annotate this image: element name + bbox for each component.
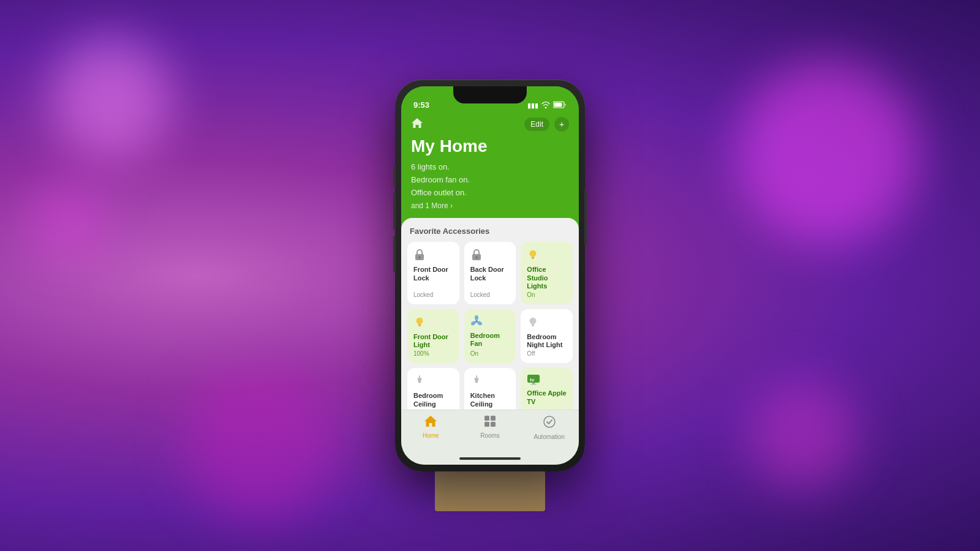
svg-rect-8 [532,258,535,259]
rooms-tab-label: Rooms [480,432,500,439]
apple-tv-icon: tv [527,374,567,387]
svg-rect-10 [418,324,421,326]
edit-button[interactable]: Edit [524,118,549,131]
add-button[interactable]: + [554,117,569,132]
tab-bar: Home Rooms [401,410,579,452]
header-actions: Edit + [524,117,569,132]
accessory-card-back-door-lock[interactable]: Back Door Lock Locked [464,242,516,304]
accessory-card-bedroom-ceiling-light[interactable]: Bedroom Ceiling Light Off [407,368,459,410]
front-door-lock-status: Locked [413,291,453,298]
tab-rooms[interactable]: Rooms [461,415,520,439]
ceiling-light-icon [413,374,453,389]
accessory-card-kitchen-ceiling-light[interactable]: Kitchen Ceiling Lig... Off [464,368,516,410]
bokeh-blob-3 [735,61,919,245]
lock-icon [413,248,453,263]
automation-tab-icon [543,415,556,432]
svg-rect-11 [418,325,421,326]
svg-rect-25 [484,416,489,421]
bulb-on-icon [527,248,567,263]
lock-icon-2 [470,248,510,263]
svg-rect-18 [532,325,535,326]
svg-point-13 [475,315,478,320]
tab-home[interactable]: Home [401,415,461,439]
svg-rect-24 [530,384,537,385]
phone-screen: 9:53 ▮▮▮ [401,86,579,465]
home-tab-label: Home [423,432,439,439]
office-apple-tv-name: Office Apple TV [527,389,567,410]
hero-section: My Home 6 lights on. Bedroom fan on. Off… [401,134,579,218]
svg-point-29 [544,416,555,427]
home-nav-icon [411,118,423,132]
bedroom-night-light-status: Off [527,350,567,357]
app-content: Edit + My Home 6 lights on. Bedroom fan … [401,113,579,465]
bokeh-blob-4 [747,380,858,490]
svg-rect-7 [532,257,535,258]
rooms-tab-icon [484,415,496,430]
power-button [584,190,587,245]
ceiling-light-icon-2 [470,374,510,389]
svg-rect-17 [532,324,535,326]
battery-icon [553,101,567,110]
office-studio-lights-name: Office Studio Lights [527,266,567,290]
kitchen-ceiling-light-name: Kitchen Ceiling Lig... [470,392,510,410]
phone-wrapper: 9:53 ▮▮▮ [392,77,588,474]
tab-automation[interactable]: Automation [519,415,579,440]
bokeh-blob-5 [184,367,337,520]
bedroom-night-light-name: Bedroom Night Light [527,333,567,349]
svg-rect-27 [484,422,489,427]
office-studio-lights-status: On [527,291,567,298]
svg-rect-3 [419,257,421,258]
mute-button [393,165,396,187]
bulb-off-icon [527,315,567,331]
phone-stand [435,468,545,511]
svg-rect-5 [475,257,477,258]
svg-point-9 [417,318,423,324]
status-line-3: Office outlet on. [411,187,569,200]
accessory-card-bedroom-night-light[interactable]: Bedroom Night Light Off [521,309,573,363]
front-door-light-name: Front Door Light [413,333,453,349]
accessory-card-front-door-light[interactable]: Front Door Light 100% [407,309,459,363]
status-line-1: 6 lights on. [411,161,569,174]
svg-point-12 [475,320,478,323]
accessories-grid: Front Door Lock Locked [407,242,573,410]
back-door-lock-status: Locked [470,291,510,298]
wifi-icon [541,102,550,110]
fan-icon [470,315,510,329]
home-indicator [401,452,579,465]
svg-text:tv: tv [530,377,535,383]
bokeh-blob-2 [31,184,104,257]
notch [453,86,527,103]
automation-tab-label: Automation [533,433,565,440]
volume-up-button [393,193,396,230]
bokeh-blob-1 [49,37,172,159]
signal-icon: ▮▮▮ [527,102,538,110]
bedroom-fan-name: Bedroom Fan [470,332,510,349]
status-time: 9:53 [413,100,429,110]
status-icons: ▮▮▮ [527,101,567,110]
status-bar: 9:53 ▮▮▮ [401,86,579,113]
accessory-card-front-door-lock[interactable]: Front Door Lock Locked [407,242,459,304]
volume-down-button [393,236,396,272]
hero-title: My Home [411,137,569,156]
home-tab-icon [424,415,437,430]
back-door-lock-name: Back Door Lock [470,266,510,290]
home-indicator-bar [459,457,521,460]
app-header: Edit + [401,113,579,134]
front-door-lock-name: Front Door Lock [413,266,453,290]
favorites-section: Favorite Accessories Front [401,218,579,410]
more-link[interactable]: and 1 More › [411,201,453,210]
bedroom-ceiling-light-name: Bedroom Ceiling Light [413,392,453,410]
svg-point-6 [530,250,537,257]
hero-subtitle: 6 lights on. Bedroom fan on. Office outl… [411,161,569,199]
svg-rect-28 [491,422,496,427]
front-door-light-status: 100% [413,350,453,357]
bedroom-fan-status: On [470,350,510,357]
accessory-card-bedroom-fan[interactable]: Bedroom Fan On [464,309,516,363]
svg-rect-1 [554,103,562,107]
svg-point-16 [530,318,537,324]
phone-shell: 9:53 ▮▮▮ [395,80,585,471]
status-line-2: Bedroom fan on. [411,174,569,187]
accessory-card-office-studio-lights[interactable]: Office Studio Lights On [521,242,573,304]
accessory-card-office-apple-tv[interactable]: tv Office Apple TV [521,368,573,410]
svg-rect-23 [532,383,535,384]
